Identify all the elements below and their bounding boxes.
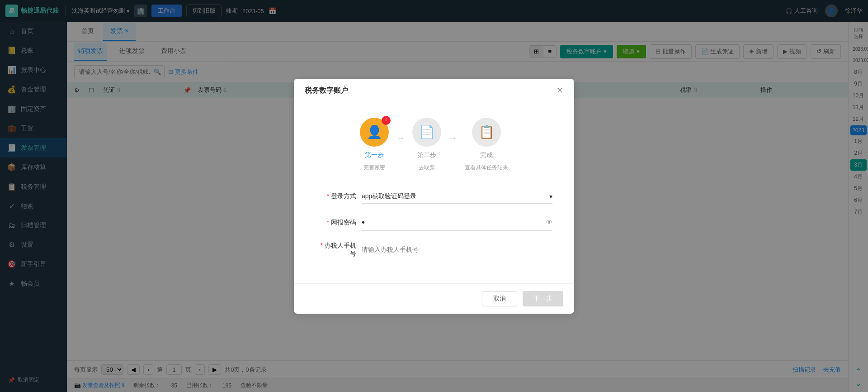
step-2: 📄 第二步 去取票 (412, 118, 441, 172)
step-3: 📋 完成 查看具体任务结果 (465, 118, 508, 172)
modal-footer: 取消 下一步 (294, 283, 574, 314)
step1-user-icon: 👤 (367, 124, 382, 139)
step-1: 👤 ! 第一步 完善账密 (360, 118, 389, 172)
phone-control (362, 243, 552, 256)
password-row: * 网报密码 👁 (316, 215, 552, 231)
step1-label: 第一步 (365, 151, 384, 159)
login-method-label: * 登录方式 (316, 192, 356, 201)
step1-icon: 👤 ! (360, 118, 389, 147)
next-button[interactable]: 下一步 (523, 291, 563, 306)
step2-sublabel: 去取票 (419, 164, 435, 172)
phone-label: * 办税人手机号 (316, 242, 356, 258)
modal-header: 税务数字账户 ✕ (294, 79, 574, 103)
step3-icon: 📋 (472, 118, 501, 147)
step2-icon: 📄 (412, 118, 441, 147)
required-star3: * (321, 242, 323, 249)
step1-badge: ! (382, 116, 391, 125)
modal-close-button[interactable]: ✕ (557, 86, 563, 95)
login-method-value: app获取验证码登录 (362, 192, 416, 201)
select-chevron-icon: ▾ (549, 193, 552, 200)
arrow1: → (396, 133, 405, 157)
steps-container: 👤 ! 第一步 完善账密 → 📄 第二步 去取票 → (316, 118, 552, 172)
step3-clipboard-icon: 📋 (479, 124, 495, 139)
phone-input[interactable] (362, 243, 552, 256)
step3-sublabel: 查看具体任务结果 (465, 164, 508, 172)
password-control: 👁 (362, 215, 552, 231)
required-star2: * (327, 219, 329, 226)
password-label: * 网报密码 (316, 219, 356, 227)
eye-icon[interactable]: 👁 (546, 219, 552, 226)
password-input[interactable] (362, 217, 546, 228)
step1-sublabel: 完善账密 (363, 164, 385, 172)
login-method-control: app获取验证码登录 ▾ (362, 190, 552, 204)
required-star: * (327, 192, 329, 200)
modal-title: 税务数字账户 (305, 86, 348, 96)
arrow2: → (448, 133, 458, 157)
modal-overlay[interactable]: 税务数字账户 ✕ 👤 ! 第一步 完善账密 → � (0, 0, 868, 392)
password-field-container: 👁 (362, 215, 552, 231)
login-method-select[interactable]: app获取验证码登录 ▾ (362, 190, 552, 204)
step2-label: 第二步 (417, 151, 436, 159)
modal-body: 👤 ! 第一步 完善账密 → 📄 第二步 去取票 → (294, 103, 574, 283)
phone-row: * 办税人手机号 (316, 242, 552, 258)
tax-digital-modal: 税务数字账户 ✕ 👤 ! 第一步 完善账密 → � (294, 79, 574, 314)
step2-doc-icon: 📄 (419, 124, 435, 139)
login-method-row: * 登录方式 app获取验证码登录 ▾ (316, 190, 552, 204)
step3-label: 完成 (480, 151, 493, 159)
cancel-button[interactable]: 取消 (482, 291, 517, 306)
